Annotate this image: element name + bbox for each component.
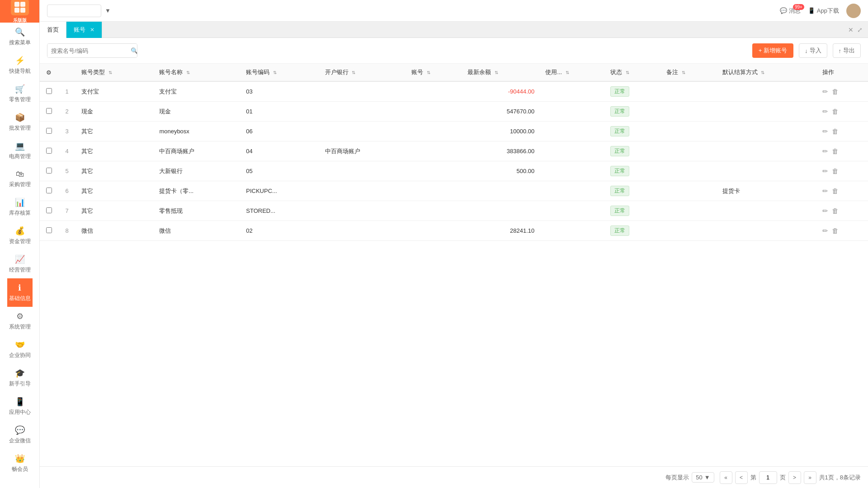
row-checkbox-1[interactable] [40,102,58,122]
sidebar-item-6[interactable]: 📊 库存核算 [7,193,33,221]
delete-button-4[interactable]: 🗑 [832,167,839,175]
header-search-input[interactable] [47,5,101,17]
next-page-button[interactable]: > [788,471,801,484]
row-check-2[interactable] [46,128,52,134]
logo-icon [11,0,29,15]
tab-home[interactable]: 首页 [40,22,66,38]
first-page-button[interactable]: « [720,471,732,484]
col-type[interactable]: 账号类型 ⇅ [76,64,154,81]
app-download-button[interactable]: 📱 App下载 [808,7,839,15]
sidebar-item-11[interactable]: 🤝 企业协同 [7,335,33,364]
col-settings[interactable]: ⚙ [40,64,58,81]
table-body: 1 支付宝 支付宝 03 -90444.00 正常 ✏ 🗑 2 现金 现金 01… [40,81,868,241]
row-index-6: 7 [58,201,76,221]
account-search-input[interactable] [47,44,131,57]
edit-button-6[interactable]: ✏ [822,207,828,215]
col-usage[interactable]: 使用... ⇅ [540,64,605,81]
row-bank-6 [320,201,406,221]
col-account[interactable]: 账号 ⇅ [406,64,462,81]
row-checkbox-5[interactable] [40,181,58,201]
row-checkbox-3[interactable] [40,141,58,161]
col-status[interactable]: 状态 ⇅ [605,64,661,81]
delete-button-3[interactable]: 🗑 [832,147,839,155]
sidebar-item-0[interactable]: 🔍 搜索菜单 [7,23,33,51]
sidebar-icon-13: 📱 [15,397,25,407]
row-check-6[interactable] [46,207,52,213]
delete-button-6[interactable]: 🗑 [832,207,839,215]
row-check-5[interactable] [46,188,52,193]
sidebar-icon-5: 🛍 [16,169,24,179]
import-button[interactable]: ↓ 导入 [799,43,827,58]
sidebar-item-2[interactable]: 🛒 零售管理 [7,80,33,108]
row-check-7[interactable] [46,227,52,233]
row-checkbox-4[interactable] [40,161,58,181]
col-balance[interactable]: 最新余额 ⇅ [462,64,540,81]
row-check-1[interactable] [46,108,52,114]
row-actions-3: ✏ 🗑 [817,141,868,161]
header-dropdown[interactable]: ▼ [105,7,111,14]
sort-settle-icon: ⇅ [761,70,764,75]
add-account-button[interactable]: + 新增账号 [752,43,793,58]
sidebar-item-14[interactable]: 💬 企业微信 [7,421,33,449]
delete-button-7[interactable]: 🗑 [832,227,839,235]
delete-button-0[interactable]: 🗑 [832,88,839,96]
col-default-settle[interactable]: 默认结算方式 ⇅ [717,64,817,81]
account-table: ⚙ 账号类型 ⇅ 账号名称 ⇅ 账号编码 ⇅ 开户银行 ⇅ 账号 ⇅ 最新余额 … [40,64,868,241]
sidebar-item-5[interactable]: 🛍 采购管理 [7,165,33,193]
col-bank[interactable]: 开户银行 ⇅ [320,64,406,81]
row-bank-4 [320,161,406,181]
tab-close-icon[interactable]: ✕ [90,27,94,33]
row-checkbox-0[interactable] [40,81,58,102]
edit-button-1[interactable]: ✏ [822,108,828,116]
sidebar-item-13[interactable]: 📱 应用中心 [7,392,33,421]
close-tab-icon[interactable]: ✕ [848,26,854,33]
row-check-3[interactable] [46,148,52,154]
row-check-4[interactable] [46,168,52,174]
maximize-icon[interactable]: ⤢ [857,26,863,33]
edit-button-2[interactable]: ✏ [822,127,828,136]
edit-button-4[interactable]: ✏ [822,167,828,175]
edit-button-5[interactable]: ✏ [822,187,828,195]
sidebar-item-8[interactable]: 📈 经营管理 [7,250,33,278]
edit-button-7[interactable]: ✏ [822,227,828,235]
prev-page-button[interactable]: < [735,471,748,484]
sidebar-item-3[interactable]: 📦 批发管理 [7,108,33,136]
sidebar-item-15[interactable]: 👑 畅会员 [7,449,33,478]
pagination-controls: « < 第 页 > » 共1页，8条记录 [720,471,861,484]
status-badge-0: 正常 [610,86,629,97]
row-checkbox-6[interactable] [40,201,58,221]
last-page-button[interactable]: » [804,471,816,484]
row-check-0[interactable] [46,88,52,94]
row-remark-6 [661,201,717,221]
sidebar-item-12[interactable]: 🎓 新手引导 [7,364,33,392]
delete-button-5[interactable]: 🗑 [832,187,839,195]
search-button[interactable]: 🔍 [131,43,137,58]
message-button[interactable]: 💬 消息 99+ [780,7,801,15]
sidebar-item-7[interactable]: 💰 资金管理 [7,221,33,250]
export-button[interactable]: ↑ 导出 [833,43,861,58]
svg-rect-3 [20,8,25,13]
sidebar-item-4[interactable]: 💻 电商管理 [7,136,33,165]
col-code[interactable]: 账号编码 ⇅ [241,64,319,81]
user-avatar[interactable] [846,4,861,18]
delete-button-2[interactable]: 🗑 [832,127,839,136]
table-row: 1 支付宝 支付宝 03 -90444.00 正常 ✏ 🗑 [40,81,868,102]
toolbar-right: + 新增账号 ↓ 导入 ↑ 导出 [752,43,861,58]
row-checkbox-7[interactable] [40,221,58,241]
edit-button-3[interactable]: ✏ [822,147,828,155]
row-name-0: 支付宝 [154,81,241,102]
col-name[interactable]: 账号名称 ⇅ [154,64,241,81]
delete-button-1[interactable]: 🗑 [832,108,839,116]
row-type-4: 其它 [76,161,154,181]
col-remark[interactable]: 备注 ⇅ [661,64,717,81]
sidebar-item-10[interactable]: ⚙ 系统管理 [7,307,33,335]
table-row: 2 现金 现金 01 547670.00 正常 ✏ 🗑 [40,102,868,122]
row-checkbox-2[interactable] [40,122,58,141]
sidebar-item-9[interactable]: ℹ 基础信息 [7,278,33,307]
sidebar-item-1[interactable]: ⚡ 快捷导航 [7,51,33,80]
page-number-input[interactable] [759,471,777,484]
page-size-dropdown[interactable]: 50 ▼ [692,472,714,483]
tab-account[interactable]: 账号 ✕ [66,22,102,38]
row-index-5: 6 [58,181,76,201]
edit-button-0[interactable]: ✏ [822,88,828,96]
